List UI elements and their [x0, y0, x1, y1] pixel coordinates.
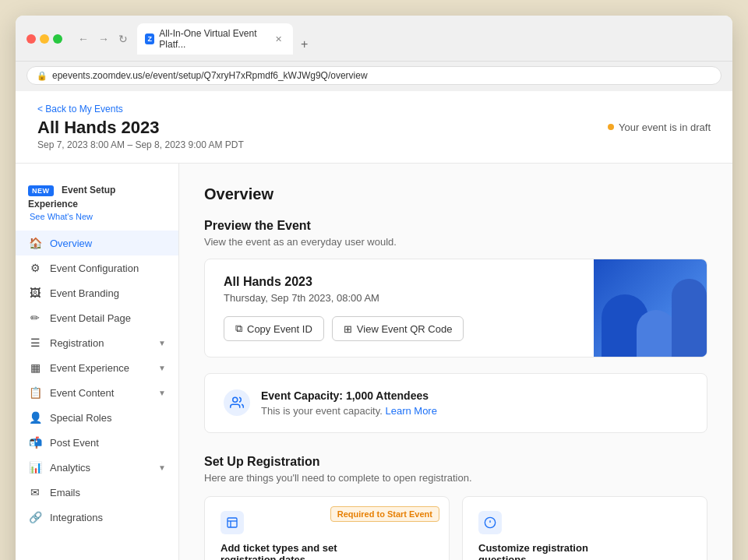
- refresh-button[interactable]: ↻: [115, 31, 131, 47]
- sidebar-item-event-content[interactable]: 📋 Event Content ▼: [16, 380, 178, 405]
- app-header: < Back to My Events All Hands 2023 Sep 7…: [16, 91, 732, 164]
- chevron-down-icon: ▼: [158, 364, 166, 372]
- sidebar-event-branding-label: Event Branding: [50, 287, 119, 299]
- required-badge: Required to Start Event: [330, 506, 439, 522]
- user-icon: 👤: [28, 411, 42, 424]
- sidebar-item-event-detail-page[interactable]: ✏ Event Detail Page: [16, 305, 178, 330]
- view-qr-code-label: View Event QR Code: [357, 323, 453, 335]
- back-button[interactable]: ←: [75, 31, 92, 47]
- view-qr-code-button[interactable]: ⊞ View Event QR Code: [332, 316, 464, 341]
- close-dot[interactable]: [26, 34, 36, 44]
- window-dots: [26, 34, 62, 44]
- ticket-card-icon: [221, 511, 244, 534]
- page-title: Overview: [204, 185, 707, 203]
- preview-event-date: Thursday, Sep 7th 2023, 08:00 AM: [224, 292, 575, 304]
- url-text: epevents.zoomdev.us/e/event/setup/Q7xryH…: [52, 70, 368, 81]
- mail-icon: 📬: [28, 436, 42, 449]
- tab-favicon: Z: [145, 33, 154, 44]
- page-content: Overview Preview the Event View the even…: [179, 164, 732, 560]
- sidebar-post-event-label: Post Event: [50, 437, 99, 449]
- chevron-down-icon: ▼: [158, 389, 166, 397]
- chart-icon: 📊: [28, 461, 42, 474]
- setup-registration-title: Set Up Registration: [204, 455, 707, 469]
- preview-section-subtitle: View the event as an everyday user would…: [204, 236, 707, 248]
- sidebar: NEW Event Setup Experience See What's Ne…: [16, 164, 179, 560]
- sidebar-item-event-experience[interactable]: ▦ Event Experience ▼: [16, 355, 178, 380]
- setup-registration-subtitle: Here are things you'll need to complete …: [204, 472, 707, 484]
- sidebar-integrations-label: Integrations: [50, 512, 103, 523]
- forward-button[interactable]: →: [95, 31, 112, 47]
- questions-card-icon: [478, 511, 502, 534]
- new-badge-section: NEW Event Setup Experience See What's Ne…: [16, 176, 178, 231]
- draft-status-badge: Your event is in draft: [608, 122, 711, 133]
- event-dates: Sep 7, 2023 8:00 AM – Sep 8, 2023 9:00 A…: [37, 139, 244, 150]
- active-tab[interactable]: Z All-In-One Virtual Event Platf... ✕: [137, 23, 293, 55]
- registration-questions-card: Customize registration questions Learn m…: [462, 496, 707, 560]
- sidebar-overview-label: Overview: [50, 238, 92, 249]
- new-tab-button[interactable]: +: [295, 34, 314, 55]
- copy-event-id-label: Copy Event ID: [247, 323, 312, 335]
- envelope-icon: ✉: [28, 486, 42, 498]
- sidebar-item-registration[interactable]: ☰ Registration ▼: [16, 330, 178, 355]
- browser-controls: ← → ↻ Z All-In-One Virtual Event Platf..…: [26, 23, 722, 55]
- list-icon: ☰: [28, 336, 42, 349]
- capacity-icon: [224, 389, 250, 416]
- sidebar-registration-label: Registration: [50, 337, 104, 349]
- tickets-card-title: Add ticket types and set registration da…: [221, 542, 433, 560]
- maximize-dot[interactable]: [53, 34, 62, 44]
- capacity-title: Event Capacity: 1,000 Attendees: [261, 389, 437, 402]
- browser-chrome: ← → ↻ Z All-In-One Virtual Event Platf..…: [16, 16, 732, 62]
- sidebar-event-experience-label: Event Experience: [50, 362, 129, 374]
- see-whats-new-link[interactable]: See What's New: [28, 212, 166, 221]
- browser-nav-buttons: ← → ↻: [75, 31, 131, 47]
- registration-cards-row: Required to Start Event Add ticket types…: [204, 496, 707, 560]
- back-to-my-events-link[interactable]: < Back to My Events: [37, 104, 244, 114]
- sidebar-event-content-label: Event Content: [50, 387, 114, 399]
- copy-event-id-button[interactable]: ⧉ Copy Event ID: [224, 316, 324, 341]
- sidebar-item-event-branding[interactable]: 🖼 Event Branding: [16, 280, 178, 305]
- qr-icon: ⊞: [344, 323, 352, 335]
- tab-label: All-In-One Virtual Event Platf...: [159, 28, 270, 50]
- learn-more-link[interactable]: Learn More: [385, 405, 436, 417]
- svg-rect-1: [228, 518, 237, 527]
- sidebar-item-event-configuration[interactable]: ⚙ Event Configuration: [16, 255, 178, 280]
- gear-icon: ⚙: [28, 262, 42, 274]
- preview-actions: ⧉ Copy Event ID ⊞ View Event QR Code: [224, 316, 575, 341]
- lock-icon: 🔒: [37, 71, 48, 81]
- minimize-dot[interactable]: [40, 34, 49, 44]
- chevron-down-icon: ▼: [158, 463, 166, 472]
- sidebar-item-analytics[interactable]: 📊 Analytics ▼: [16, 455, 178, 480]
- browser-window: ← → ↻ Z All-In-One Virtual Event Platf..…: [16, 16, 732, 560]
- clipboard-icon: 📋: [28, 386, 42, 399]
- sidebar-item-special-roles[interactable]: 👤 Special Roles: [16, 405, 178, 430]
- grid-icon: ▦: [28, 361, 42, 374]
- svg-point-0: [233, 397, 238, 402]
- preview-section-title: Preview the Event: [204, 219, 707, 233]
- address-bar[interactable]: 🔒 epevents.zoomdev.us/e/event/setup/Q7xr…: [26, 66, 722, 85]
- sidebar-item-overview[interactable]: 🏠 Overview: [16, 231, 178, 255]
- preview-event-name: All Hands 2023: [224, 275, 575, 289]
- sidebar-item-emails[interactable]: ✉ Emails: [16, 480, 178, 505]
- sidebar-event-detail-label: Event Detail Page: [50, 312, 131, 324]
- address-bar-row: 🔒 epevents.zoomdev.us/e/event/setup/Q7xr…: [16, 62, 732, 91]
- preview-image: [594, 259, 707, 357]
- sidebar-special-roles-label: Special Roles: [50, 412, 112, 424]
- setup-registration-section: Set Up Registration Here are things you'…: [204, 455, 707, 560]
- app-container: < Back to My Events All Hands 2023 Sep 7…: [16, 91, 732, 560]
- sidebar-item-integrations[interactable]: 🔗 Integrations: [16, 505, 178, 530]
- preview-card-content: All Hands 2023 Thursday, Sep 7th 2023, 0…: [205, 259, 594, 357]
- capacity-description: This is your event capacity. Learn More: [261, 405, 437, 417]
- capacity-card: Event Capacity: 1,000 Attendees This is …: [204, 373, 707, 433]
- preview-shape-3: [672, 279, 707, 357]
- link-icon: 🔗: [28, 511, 42, 523]
- new-badge: NEW: [28, 185, 54, 196]
- pencil-icon: ✏: [28, 312, 42, 324]
- preview-card: All Hands 2023 Thursday, Sep 7th 2023, 0…: [204, 259, 707, 357]
- copy-icon: ⧉: [235, 322, 242, 335]
- draft-dot: [608, 124, 614, 130]
- sidebar-analytics-label: Analytics: [50, 462, 90, 474]
- capacity-info: Event Capacity: 1,000 Attendees This is …: [261, 389, 437, 417]
- tab-close-button[interactable]: ✕: [275, 34, 282, 44]
- chevron-down-icon: ▼: [158, 339, 166, 347]
- sidebar-item-post-event[interactable]: 📬 Post Event: [16, 430, 178, 455]
